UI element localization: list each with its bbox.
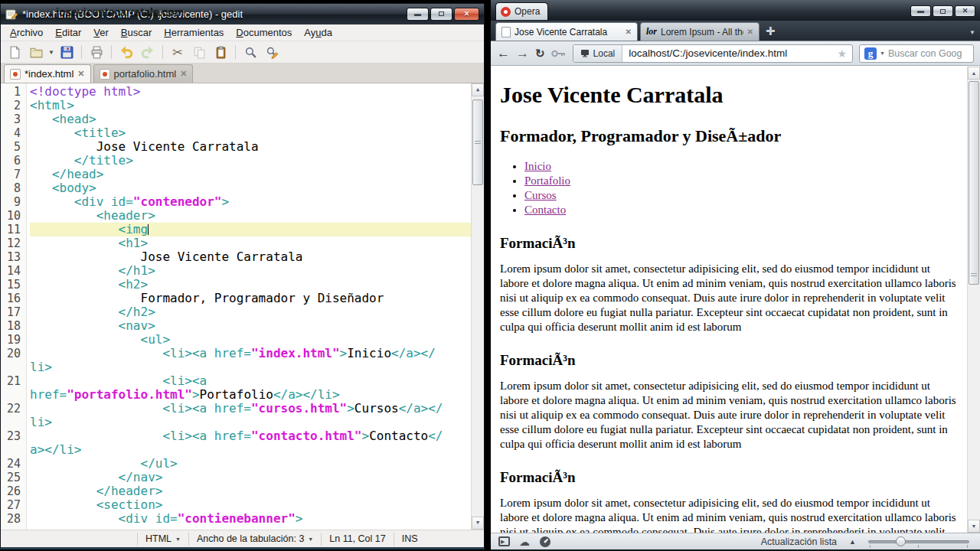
opera-maximize-button[interactable] <box>933 5 953 17</box>
find-replace-button[interactable] <box>262 43 282 61</box>
line-number: 14 <box>1 264 26 278</box>
tab-close-icon[interactable]: ✕ <box>747 28 753 36</box>
scroll-up-button[interactable]: ▲ <box>472 83 484 96</box>
opera-menu-button[interactable]: Opera <box>495 2 548 20</box>
paste-button[interactable] <box>211 43 230 61</box>
save-icon <box>60 46 74 59</box>
print-button[interactable] <box>87 43 106 61</box>
url-input[interactable] <box>622 47 837 59</box>
zoom-slider[interactable] <box>868 536 969 548</box>
zoom-slider-track[interactable] <box>868 540 969 543</box>
browser-tab[interactable]: Jose Vicente Carratala✕ <box>495 22 638 41</box>
tab-close-icon[interactable]: ✕ <box>626 28 632 36</box>
page-nav-link[interactable]: Cursos <box>524 189 557 201</box>
cut-icon: ✂ <box>172 45 182 60</box>
editor-tab[interactable]: *index.html✕ <box>4 64 91 83</box>
find-button[interactable] <box>240 43 260 61</box>
menu-documentos[interactable]: Documentos <box>230 25 298 40</box>
opera-window: Opera ▬ ✕ Jose Vicente Carratala✕lorLore… <box>490 0 980 551</box>
code-line: <header> <box>30 209 471 223</box>
page-nav-link[interactable]: Contacto <box>524 204 566 216</box>
page-nav-item: Contacto <box>524 203 958 217</box>
reload-button[interactable]: ↻ <box>535 47 545 59</box>
gedit-minimize-button[interactable]: ▬ <box>407 8 429 21</box>
cut-button[interactable]: ✂ <box>168 43 188 61</box>
page-nav-link[interactable]: Portafolio <box>524 174 570 187</box>
address-bar[interactable]: Local ★ <box>573 44 853 63</box>
opera-logo-icon <box>501 7 511 17</box>
menu-editar[interactable]: Editar <box>49 25 87 40</box>
search-box[interactable]: g ▼ <box>859 44 974 63</box>
code-line: Formador, Programador y Diseñador <box>30 292 471 305</box>
opera-turbo-icon[interactable] <box>539 536 551 548</box>
open-document-button[interactable] <box>26 43 46 61</box>
print-icon <box>90 46 103 59</box>
panels-toggle-icon[interactable]: ▶ <box>498 536 510 546</box>
gedit-maximize-button[interactable] <box>430 8 452 21</box>
new-document-button[interactable] <box>5 43 24 61</box>
tab-width-selector[interactable]: Ancho de la tabulación: 3▼ <box>188 533 321 546</box>
scroll-up-button[interactable]: ▲ <box>968 67 980 80</box>
section-paragraph: Lorem ipsum dolor sit amet, consectetur … <box>500 379 958 452</box>
menu-archivo[interactable]: Archivo <box>4 25 49 40</box>
menu-buscar[interactable]: Buscar <box>115 25 158 40</box>
code-line: </h1> <box>30 264 471 278</box>
lipsum-favicon: lor <box>646 26 657 37</box>
opera-minimize-button[interactable]: ▬ <box>910 5 931 17</box>
paste-icon <box>214 46 227 59</box>
open-dropdown-caret[interactable]: ▼ <box>47 49 55 56</box>
gedit-toolbar: ▼ ✂ <box>1 41 484 64</box>
line-number: 23 <box>1 429 26 443</box>
scroll-down-button[interactable]: ▼ <box>968 520 980 533</box>
bookmark-star-icon[interactable]: ★ <box>837 47 847 60</box>
gedit-statusbar: HTML▼ Ancho de la tabulación: 3▼ Ln 11, … <box>1 530 484 547</box>
local-badge[interactable]: Local <box>573 45 623 62</box>
redo-button[interactable] <box>138 43 158 61</box>
gedit-close-button[interactable]: ✕ <box>454 8 479 21</box>
tab-close-icon[interactable]: ✕ <box>77 69 84 79</box>
menu-ayuda[interactable]: Ayuda <box>298 25 338 40</box>
menu-ver[interactable]: Ver <box>87 25 115 40</box>
gedit-titlebar[interactable]: *index.html (BOOTCAMP (C:) \josevicente)… <box>1 4 484 24</box>
opera-statusbar: ▶ ☁ Actualización lista ▲ <box>491 533 980 551</box>
code-line: <li><a href="contacto.html">Contacto</ <box>30 429 471 443</box>
gedit-editor[interactable]: 1234567891011121314151617181920212223242… <box>1 83 484 530</box>
update-arrow-icon[interactable]: ▲ <box>849 538 856 546</box>
scroll-down-button[interactable]: ▼ <box>472 517 484 530</box>
code-area[interactable]: <!doctype html><html> <head> <title> Jos… <box>27 83 471 530</box>
back-button[interactable]: ← <box>497 47 510 60</box>
update-status-text[interactable]: Actualización lista <box>761 536 837 547</box>
scrollbar-thumb[interactable] <box>969 81 979 285</box>
opera-menu-label: Opera <box>514 6 540 17</box>
cursor-position-label: Ln 11, Col 17 <box>329 533 385 546</box>
search-engine-caret-icon[interactable]: ▼ <box>880 51 885 56</box>
undo-button[interactable] <box>116 43 136 61</box>
opera-titlebar[interactable]: Opera ▬ ✕ <box>491 0 980 21</box>
opera-close-button[interactable]: ✕ <box>955 5 975 17</box>
scrollbar-thumb[interactable] <box>472 99 483 185</box>
forward-button[interactable]: → <box>516 47 529 60</box>
gedit-vertical-scrollbar[interactable]: ▲ ▼ <box>471 83 484 530</box>
opera-unite-cloud-icon[interactable]: ☁ <box>519 536 530 548</box>
editor-tab[interactable]: portafolio.html✕ <box>93 64 194 83</box>
browser-viewport: Jose Vicente Carratala Formador, Program… <box>491 66 980 533</box>
zoom-slider-handle[interactable] <box>896 536 906 546</box>
new-tab-button[interactable]: ✚ <box>766 24 776 38</box>
tab-list-dropdown-icon[interactable]: ▼ <box>969 29 975 36</box>
section-paragraph: Lorem ipsum dolor sit amet, consectetur … <box>500 496 958 533</box>
language-selector[interactable]: HTML▼ <box>137 533 188 546</box>
search-input[interactable] <box>888 48 969 59</box>
code-line: <section> <box>30 498 471 512</box>
browser-tab[interactable]: lorLorem Ipsum - All the f...✕ <box>640 22 760 41</box>
code-line: <body> <box>30 181 471 195</box>
menu-herramientas[interactable]: Herramientas <box>158 25 230 40</box>
line-number: 24 <box>1 457 26 471</box>
save-button[interactable] <box>57 43 77 61</box>
tab-close-icon[interactable]: ✕ <box>180 69 187 79</box>
code-line: </ul> <box>30 457 471 471</box>
page-nav-link[interactable]: Inicio <box>524 160 551 172</box>
copy-button[interactable] <box>189 43 209 61</box>
code-line: <title> <box>30 126 471 140</box>
line-number: 1 <box>1 85 26 99</box>
opera-vertical-scrollbar[interactable]: ▲ ▼ <box>967 67 980 533</box>
